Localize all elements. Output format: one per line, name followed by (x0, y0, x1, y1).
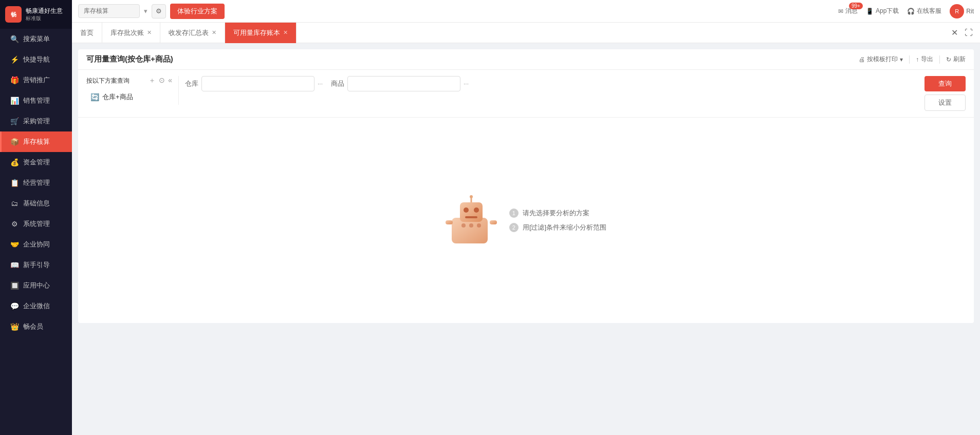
tab-home[interactable]: 首页 (72, 23, 102, 43)
sidebar-item-shortcut[interactable]: ⚡快捷导航 (0, 49, 72, 70)
sidebar-item-sales-mgmt[interactable]: 📊销售管理 (0, 90, 72, 111)
message-icon: ✉ (838, 8, 843, 15)
export-btn[interactable]: ↑ 导出 (916, 55, 933, 64)
filter-row: 仓库 ··· 商品 ··· (185, 76, 918, 91)
empty-tips: 1 请先选择要分析的方案 2 用[过滤]条件来缩小分析范围 (509, 209, 606, 232)
divider (909, 55, 910, 64)
sidebar-label-enterprise: 企业协同 (23, 240, 50, 249)
query-section: 按以下方案查询 ＋ ⊙ « 🔄 仓库+商品 仓库 ··· (78, 70, 974, 118)
app-icon: 📱 (866, 8, 874, 15)
sidebar-item-newbie[interactable]: 📖新手引导 (0, 255, 72, 275)
sidebar-item-purchase-mgmt[interactable]: 🛒采购管理 (0, 111, 72, 131)
sidebar-icon-sys-mgmt: ⚙ (10, 220, 19, 228)
sidebar-label-sales-mgmt: 销售管理 (23, 96, 50, 105)
topbar-gear-btn[interactable]: ⚙ (152, 4, 166, 18)
sidebar-label-search: 搜索菜单 (23, 34, 50, 44)
filter-warehouse-label: 仓库 (185, 79, 198, 88)
tab-label-available-stock: 可用量库存账本 (233, 28, 280, 37)
scheme-settings-icon[interactable]: ⊙ (159, 76, 165, 85)
refresh-icon: ↻ (946, 56, 951, 63)
sidebar-item-marketing-promo[interactable]: 🎁营销推广 (0, 70, 72, 90)
scheme-add-icon[interactable]: ＋ (149, 76, 156, 85)
empty-state: 1 请先选择要分析的方案 2 用[过滤]条件来缩小分析范围 (78, 118, 974, 323)
sidebar-icon-search: 🔍 (10, 35, 19, 43)
sidebar-icon-shortcut: ⚡ (10, 55, 19, 64)
sidebar-icon-wechat-biz: 💬 (10, 302, 19, 310)
sidebar-icon-basic-info: 🗂 (10, 199, 19, 207)
sidebar-icon-vip: 👑 (10, 323, 19, 331)
sidebar-logo: 畅 (5, 6, 22, 23)
refresh-btn[interactable]: ↻ 刷新 (946, 55, 966, 64)
topbar-app-download-btn[interactable]: 📱 App下载 (866, 7, 899, 15)
filter-goods-input[interactable] (347, 76, 460, 91)
tab-close-receipt-summary[interactable]: ✕ (212, 29, 216, 36)
topbar-left: 库存核算 ▾ ⚙ 体验行业方案 (78, 4, 834, 19)
scheme-item-warehouse-goods[interactable]: 🔄 仓库+商品 (86, 89, 172, 105)
sidebar-icon-purchase-mgmt: 🛒 (10, 117, 19, 125)
filter-warehouse-input[interactable] (201, 76, 315, 91)
sidebar-label-shortcut: 快捷导航 (23, 55, 50, 64)
topbar-user-menu[interactable]: R Rit (950, 4, 974, 18)
query-setting-btn[interactable]: 设置 (924, 94, 966, 111)
sidebar-label-app-center: 应用中心 (23, 281, 50, 290)
sidebar-icon-enterprise: 🤝 (10, 240, 19, 249)
svg-rect-5 (446, 220, 453, 224)
svg-point-9 (477, 223, 481, 228)
sidebar-header: 畅 畅康通好生意 标准版 (0, 0, 72, 29)
query-submit-btn[interactable]: 查询 (924, 76, 966, 91)
empty-illustration (446, 195, 497, 246)
scheme-item-label: 仓库+商品 (102, 92, 133, 102)
print-dropdown-icon[interactable]: ▾ (900, 56, 903, 63)
tab-available-stock[interactable]: 可用量库存账本✕ (225, 23, 297, 43)
filter-goods-label: 商品 (331, 79, 344, 88)
tab-label-batch-account: 库存批次账 (110, 28, 144, 37)
sidebar-scroll: 🔍搜索菜单⚡快捷导航🎁营销推广📊销售管理🛒采购管理📦库存核算💰资金管理📋经营管理… (0, 29, 72, 435)
sidebar-label-marketing-promo: 营销推广 (23, 75, 50, 85)
sidebar-item-business-mgmt[interactable]: 📋经营管理 (0, 173, 72, 193)
sidebar-item-sys-mgmt[interactable]: ⚙系统管理 (0, 214, 72, 234)
filter-goods-more-btn[interactable]: ··· (464, 80, 469, 87)
empty-state-content: 1 请先选择要分析的方案 2 用[过滤]条件来缩小分析范围 (446, 195, 606, 246)
trial-industry-button[interactable]: 体验行业方案 (170, 4, 225, 19)
sidebar-item-basic-info[interactable]: 🗂基础信息 (0, 193, 72, 214)
sidebar-icon-finance: 💰 (10, 158, 19, 166)
sidebar-label-purchase-mgmt: 采购管理 (23, 117, 50, 126)
tab-expand-btn[interactable]: ⛶ (961, 26, 976, 40)
tab-close-batch-account[interactable]: ✕ (147, 29, 152, 36)
tab-close-available-stock[interactable]: ✕ (283, 29, 288, 36)
sidebar-item-vip[interactable]: 👑畅会员 (0, 316, 72, 337)
sidebar-icon-app-center: 🔲 (10, 281, 19, 290)
sidebar-icon-business-mgmt: 📋 (10, 179, 19, 187)
tab-batch-account[interactable]: 库存批次账✕ (102, 23, 160, 43)
sidebar-item-wechat-biz[interactable]: 💬企业微信 (0, 296, 72, 316)
sidebar-item-search[interactable]: 🔍搜索菜单 (0, 29, 72, 49)
scheme-item-icon: 🔄 (90, 93, 99, 101)
tab-close-all-btn[interactable]: ✕ (947, 26, 961, 40)
tip-num-1: 1 (509, 209, 519, 218)
filter-warehouse-more-btn[interactable]: ··· (318, 80, 323, 87)
sidebar-item-inventory[interactable]: 📦库存核算 (0, 131, 72, 152)
svg-point-11 (470, 195, 473, 198)
svg-point-3 (474, 207, 479, 213)
sidebar-label-basic-info: 基础信息 (23, 199, 50, 208)
tab-receipt-summary[interactable]: 收发存汇总表✕ (160, 23, 225, 43)
topbar-message-btn[interactable]: ✉ 消息 99+ (838, 7, 858, 15)
sidebar-label-inventory: 库存核算 (23, 137, 50, 146)
topbar-online-service-btn[interactable]: 🎧 在线客服 (907, 7, 941, 15)
sidebar-label-newbie: 新手引导 (23, 260, 50, 270)
scheme-collapse-icon[interactable]: « (168, 76, 172, 85)
avatar: R (950, 4, 964, 18)
scheme-header: 按以下方案查询 ＋ ⊙ « (86, 76, 172, 85)
topbar-breadcrumb[interactable]: 库存核算 (78, 4, 140, 18)
scheme-panel: 按以下方案查询 ＋ ⊙ « 🔄 仓库+商品 (86, 76, 179, 105)
breadcrumb-dropdown-icon[interactable]: ▾ (144, 7, 147, 15)
filter-field-goods: 商品 ··· (331, 76, 469, 91)
print-template-btn[interactable]: 🖨 按模板打印 ▾ (859, 55, 903, 64)
sidebar-item-enterprise[interactable]: 🤝企业协同 (0, 234, 72, 255)
sidebar-item-finance[interactable]: 💰资金管理 (0, 152, 72, 173)
sidebar-icon-sales-mgmt: 📊 (10, 97, 19, 105)
tab-label-home: 首页 (80, 28, 94, 37)
sidebar-item-app-center[interactable]: 🔲应用中心 (0, 275, 72, 296)
sidebar-title: 畅康通好生意 标准版 (26, 7, 63, 22)
topbar: 库存核算 ▾ ⚙ 体验行业方案 ✉ 消息 99+ 📱 App下载 🎧 在线客服 … (72, 0, 980, 23)
